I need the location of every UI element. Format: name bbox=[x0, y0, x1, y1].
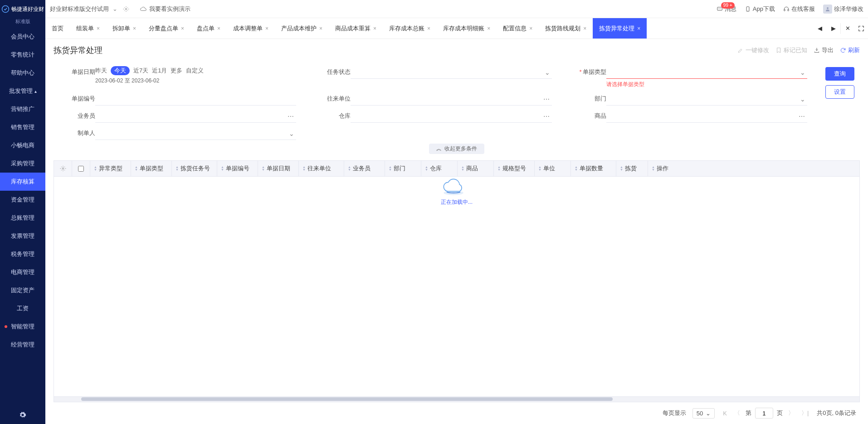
goods-lookup[interactable]: ⋯ bbox=[606, 110, 807, 123]
pager-last[interactable]: 〉| bbox=[800, 408, 810, 418]
demo-link[interactable]: 我要看实例演示 bbox=[140, 5, 190, 13]
sidebar-item[interactable]: 发票管理 bbox=[0, 227, 45, 245]
date-quick-7d[interactable]: 近7天 bbox=[133, 67, 148, 75]
close-icon[interactable]: × bbox=[487, 25, 490, 32]
table-column-header[interactable]: ▲▼拣货任务号 bbox=[172, 161, 217, 176]
date-quick-custom[interactable]: 自定义 bbox=[186, 67, 204, 75]
table-column-header[interactable]: ▲▼单据编号 bbox=[217, 161, 258, 176]
org-selector[interactable]: 好业财标准版交付试用 ⌄ bbox=[50, 5, 117, 13]
close-icon[interactable]: × bbox=[133, 25, 136, 32]
date-quick-more[interactable]: 更多 bbox=[171, 67, 182, 75]
per-page-select[interactable]: 50 ⌄ bbox=[692, 408, 715, 419]
tab[interactable]: 成本调整单× bbox=[227, 18, 275, 39]
sidebar-item[interactable]: 经营管理 bbox=[0, 336, 45, 354]
sidebar-item[interactable]: 采购管理 bbox=[0, 154, 45, 173]
sidebar-item[interactable]: 批发管理▴ bbox=[0, 82, 45, 100]
close-icon[interactable]: × bbox=[637, 25, 640, 32]
tab[interactable]: 盘点单× bbox=[190, 18, 227, 39]
app-download-button[interactable]: App下载 bbox=[745, 5, 775, 13]
table-horizontal-scrollbar[interactable] bbox=[54, 397, 860, 402]
table-column-header[interactable]: ▲▼规格型号 bbox=[494, 161, 535, 176]
customer-service-button[interactable]: 在线客服 bbox=[783, 5, 815, 13]
sidebar-item[interactable]: 工资 bbox=[0, 299, 45, 318]
dept-select[interactable]: ⌄ bbox=[606, 93, 807, 106]
tab[interactable]: 拣货路线规划× bbox=[539, 18, 593, 39]
pager-next[interactable]: 〉 bbox=[786, 408, 796, 418]
sidebar-item[interactable]: 总账管理 bbox=[0, 209, 45, 227]
tab[interactable]: 拆卸单× bbox=[106, 18, 142, 39]
close-icon[interactable]: × bbox=[97, 25, 100, 32]
tabs-scroll-right[interactable]: ▶ bbox=[827, 18, 840, 39]
table-column-header[interactable]: ▲▼部门 bbox=[385, 161, 421, 176]
table-column-header[interactable]: ▲▼单据类型 bbox=[131, 161, 172, 176]
task-status-select[interactable]: ⌄ bbox=[351, 66, 551, 79]
scrollbar-thumb[interactable] bbox=[81, 397, 613, 401]
query-button[interactable]: 查询 bbox=[825, 67, 854, 81]
doc-type-select[interactable]: ⌄ bbox=[606, 66, 807, 79]
tab[interactable]: 组装单× bbox=[70, 18, 106, 39]
creator-select[interactable]: ⌄ bbox=[95, 127, 296, 140]
tabs-fullscreen[interactable] bbox=[854, 18, 868, 39]
close-icon[interactable]: × bbox=[529, 25, 532, 32]
table-column-header[interactable]: ▲▼拣货 bbox=[616, 161, 648, 176]
table-column-header[interactable]: ▲▼操作 bbox=[648, 161, 680, 176]
sidebar-item[interactable]: 销售管理 bbox=[0, 118, 45, 136]
tab[interactable]: 商品成本重算× bbox=[329, 18, 383, 39]
settings-button[interactable]: 设置 bbox=[825, 85, 854, 99]
select-all-checkbox[interactable] bbox=[72, 161, 90, 176]
date-quick-1m[interactable]: 近1月 bbox=[152, 67, 167, 75]
tab[interactable]: 产品成本维护× bbox=[275, 18, 329, 39]
tabs-close-all[interactable]: ✕ bbox=[841, 18, 854, 39]
close-icon[interactable]: × bbox=[265, 25, 268, 32]
sidebar-settings[interactable] bbox=[0, 406, 45, 424]
tab[interactable]: 分量盘点单× bbox=[142, 18, 190, 39]
close-icon[interactable]: × bbox=[319, 25, 322, 32]
table-column-header[interactable]: ▲▼商品 bbox=[458, 161, 494, 176]
table-column-header[interactable]: ▲▼单据数量 bbox=[571, 161, 616, 176]
salesman-lookup[interactable]: ⋯ bbox=[95, 110, 296, 123]
sidebar-item[interactable]: 会员中心 bbox=[0, 28, 45, 46]
sidebar-item[interactable]: 帮助中心 bbox=[0, 64, 45, 82]
collapse-filters[interactable]: ︽ 收起更多条件 bbox=[429, 144, 484, 154]
doc-no-input[interactable] bbox=[95, 93, 296, 106]
export-button[interactable]: 导出 bbox=[814, 46, 834, 54]
tab[interactable]: 库存成本总账× bbox=[383, 18, 437, 39]
sidebar-item[interactable]: 税务管理 bbox=[0, 245, 45, 263]
table-column-header[interactable]: ▲▼仓库 bbox=[421, 161, 458, 176]
date-quick-yesterday[interactable]: 昨天 bbox=[95, 67, 107, 75]
messages-button[interactable]: 99 + 消息 bbox=[717, 5, 736, 13]
user-menu[interactable]: 徐泽华修改 bbox=[823, 5, 863, 14]
close-icon[interactable]: × bbox=[373, 25, 376, 32]
sidebar-item[interactable]: 电商管理 bbox=[0, 263, 45, 281]
table-column-header[interactable]: ▲▼单位 bbox=[535, 161, 571, 176]
table-column-header[interactable]: ▲▼异常类型 bbox=[90, 161, 131, 176]
pager-prev[interactable]: 〈 bbox=[732, 408, 742, 418]
tab[interactable]: 首页 bbox=[45, 18, 70, 39]
close-icon[interactable]: × bbox=[583, 25, 586, 32]
sidebar-item[interactable]: 零售统计 bbox=[0, 46, 45, 64]
close-icon[interactable]: × bbox=[217, 25, 220, 32]
refresh-button[interactable]: 刷新 bbox=[840, 46, 860, 54]
tabs-scroll-left[interactable]: ◀ bbox=[813, 18, 827, 39]
close-icon[interactable]: × bbox=[427, 25, 430, 32]
warehouse-lookup[interactable]: ⋯ bbox=[351, 110, 551, 123]
tab[interactable]: 拣货异常处理× bbox=[593, 18, 647, 39]
date-quick-today[interactable]: 今天 bbox=[111, 66, 130, 75]
table-column-header[interactable]: ▲▼往来单位 bbox=[299, 161, 344, 176]
tab[interactable]: 库存成本明细账× bbox=[437, 18, 497, 39]
partner-lookup[interactable]: ⋯ bbox=[351, 93, 551, 106]
table-column-header[interactable]: ▲▼单据日期 bbox=[258, 161, 299, 176]
sidebar-item[interactable]: 营销推广 bbox=[0, 100, 45, 118]
table-column-header[interactable]: ▲▼业务员 bbox=[344, 161, 385, 176]
sidebar-item[interactable]: 智能管理 bbox=[0, 318, 45, 336]
pager-page-input[interactable] bbox=[755, 408, 773, 419]
close-icon[interactable]: × bbox=[181, 25, 184, 32]
tab[interactable]: 配置信息× bbox=[497, 18, 539, 39]
sidebar-item[interactable]: 库存核算 bbox=[0, 173, 45, 191]
sidebar-item[interactable]: 固定资产 bbox=[0, 281, 45, 299]
org-settings[interactable] bbox=[123, 6, 129, 12]
pager-first[interactable]: K bbox=[721, 409, 729, 418]
sidebar-item[interactable]: 资金管理 bbox=[0, 191, 45, 209]
sidebar-item[interactable]: 小畅电商 bbox=[0, 136, 45, 154]
table-settings-button[interactable] bbox=[54, 161, 72, 176]
